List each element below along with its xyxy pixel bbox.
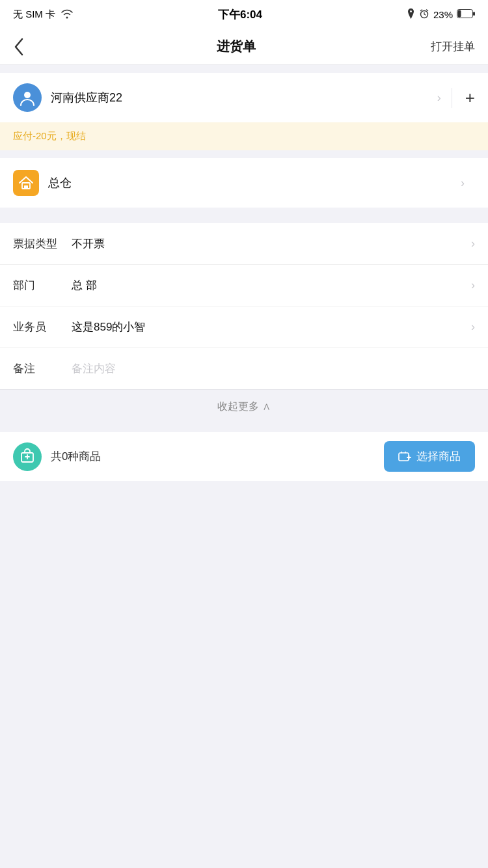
salesperson-value: 这是859的小智 <box>72 319 471 334</box>
page-background <box>0 481 488 611</box>
remark-label: 备注 <box>13 361 72 376</box>
add-supplier-button[interactable]: + <box>452 88 475 108</box>
collapse-row[interactable]: 收起更多 ∧ <box>0 389 488 424</box>
select-product-button[interactable]: 选择商品 <box>384 441 475 472</box>
warehouse-chevron-icon: › <box>461 176 465 190</box>
select-product-label: 选择商品 <box>416 449 461 464</box>
product-count: 共0种商品 <box>51 449 384 464</box>
invoice-type-value: 不开票 <box>72 236 471 251</box>
battery-label: 23% <box>433 9 453 20</box>
remark-input[interactable]: 备注内容 <box>72 361 475 376</box>
wifi-icon <box>61 8 74 21</box>
department-row[interactable]: 部门 总 部 › <box>0 265 488 306</box>
location-icon <box>407 8 415 21</box>
page-title: 进货单 <box>217 38 256 55</box>
battery-icon <box>457 9 475 20</box>
product-bar: 共0种商品 选择商品 <box>0 432 488 481</box>
section-gap-3 <box>0 208 488 215</box>
alarm-icon <box>419 8 429 21</box>
carrier-label: 无 SIM 卡 <box>13 8 55 21</box>
nav-bar: 进货单 打开挂单 <box>0 29 488 65</box>
status-bar: 无 SIM 卡 下午6:04 23% <box>0 0 488 29</box>
svg-rect-3 <box>457 10 461 17</box>
warehouse-icon <box>13 170 39 196</box>
section-gap-1 <box>0 65 488 73</box>
department-value: 总 部 <box>72 278 471 293</box>
department-label: 部门 <box>13 278 72 293</box>
invoice-type-chevron-icon: › <box>471 237 475 251</box>
back-button[interactable] <box>13 36 42 57</box>
warehouse-card: 总仓 › <box>0 158 488 208</box>
svg-rect-6 <box>24 185 28 189</box>
open-pending-button[interactable]: 打开挂单 <box>431 39 475 54</box>
svg-point-4 <box>24 92 31 98</box>
warehouse-row[interactable]: 总仓 › <box>0 158 488 208</box>
salesperson-label: 业务员 <box>13 319 72 334</box>
remark-row[interactable]: 备注 备注内容 <box>0 348 488 389</box>
supplier-chevron-icon: › <box>437 91 441 105</box>
section-gap-2 <box>0 150 488 158</box>
supplier-name: 河南供应商22 <box>51 90 437 105</box>
supplier-avatar <box>13 83 42 112</box>
svg-rect-2 <box>473 12 475 16</box>
salesperson-row[interactable]: 业务员 这是859的小智 › <box>0 306 488 348</box>
department-chevron-icon: › <box>471 278 475 292</box>
status-left: 无 SIM 卡 <box>13 8 74 21</box>
svg-rect-8 <box>399 453 409 461</box>
status-right: 23% <box>407 8 475 21</box>
invoice-type-label: 票据类型 <box>13 236 72 251</box>
product-icon <box>13 442 42 471</box>
collapse-label: 收起更多 ∧ <box>217 400 270 414</box>
salesperson-chevron-icon: › <box>471 320 475 334</box>
balance-notice: 应付-20元，现结 <box>0 122 488 150</box>
supplier-row[interactable]: 河南供应商22 › + <box>0 73 488 122</box>
supplier-card: 河南供应商22 › + 应付-20元，现结 <box>0 73 488 150</box>
invoice-type-row[interactable]: 票据类型 不开票 › <box>0 223 488 265</box>
warehouse-name: 总仓 <box>48 175 461 191</box>
time-label: 下午6:04 <box>218 7 262 22</box>
form-section: 票据类型 不开票 › 部门 总 部 › 业务员 这是859的小智 › 备注 备注… <box>0 223 488 389</box>
